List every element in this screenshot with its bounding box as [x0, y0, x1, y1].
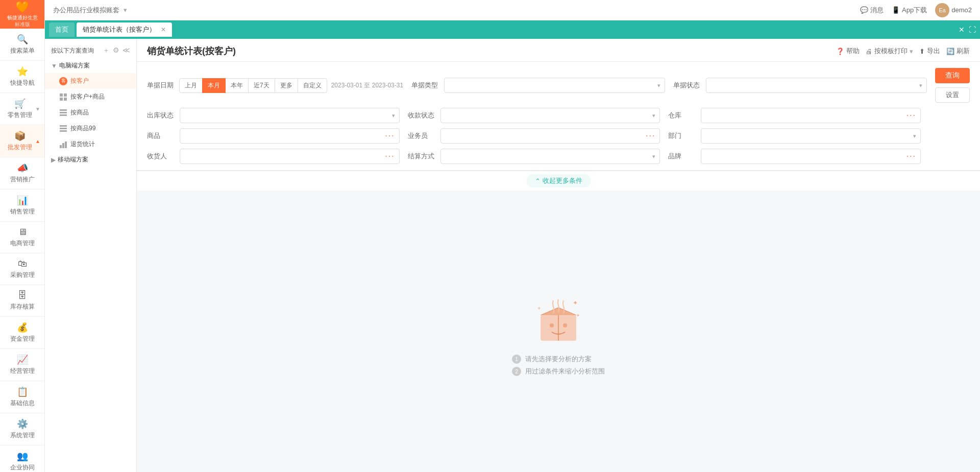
hint-text-1: 请先选择要分析的方案 [525, 355, 592, 364]
maximize-icon[interactable]: ⛶ [969, 26, 976, 34]
sidebar-item-system[interactable]: ⚙️ 系统管理 [0, 413, 45, 445]
pc-section-title[interactable]: ▼ 电脑端方案 [45, 58, 136, 73]
date-btn-custom[interactable]: 自定义 [298, 78, 327, 93]
sidebar-item-label: 资金管理 [10, 335, 35, 343]
left-panel-title: 按以下方案查询 [51, 46, 94, 55]
brand-select[interactable]: ··· [701, 149, 921, 164]
goods-dots: ··· [385, 131, 395, 140]
template-print-btn[interactable]: 🖨 按模板打印 ▾ [866, 46, 913, 56]
settings-button[interactable]: 设置 [935, 87, 970, 103]
receiver-filter: 收货人 ··· [147, 149, 400, 164]
search-nav-icon: 🔍 [17, 34, 28, 45]
template-print-label: 按模板打印 [874, 46, 908, 56]
date-btn-more[interactable]: 更多 [275, 78, 298, 93]
customer-scheme-icon: 客 [59, 77, 67, 85]
workspace-dropdown-icon[interactable]: ▾ [124, 6, 127, 14]
avatar: Ea [935, 3, 949, 17]
sidebar-item-sales[interactable]: 📊 销售管理 [0, 190, 45, 222]
hint-num-1: 1 [512, 355, 521, 364]
left-panel-icons: ＋ ⚙ ≪ [103, 46, 130, 55]
grid-scheme-icon [59, 93, 67, 101]
sidebar-item-wholesale[interactable]: 📦 批发管理 ▲ [0, 125, 44, 157]
sidebar-item-basic[interactable]: 📋 基础信息 [0, 381, 45, 413]
collapse-panel-icon[interactable]: ≪ [122, 46, 130, 55]
goods-select[interactable]: ··· [180, 128, 400, 144]
query-button[interactable]: 查询 [935, 68, 970, 83]
tab-sales-stats[interactable]: 销货单统计表（按客户） ✕ [77, 22, 172, 37]
tab-home[interactable]: 首页 [49, 22, 75, 37]
salesperson-select[interactable]: ··· [440, 128, 660, 144]
tab-maximize-icon[interactable]: ✕ ⛶ [959, 26, 976, 34]
receive-status-select[interactable]: ▾ [440, 108, 660, 123]
help-btn[interactable]: ❓ 帮助 [836, 46, 860, 56]
date-btn-thismonth[interactable]: 本月 [202, 78, 226, 93]
message-btn[interactable]: 💬 消息 [860, 6, 884, 15]
out-status-dropdown-icon: ▾ [392, 112, 395, 119]
settlement-select[interactable]: ▾ [440, 149, 660, 164]
tab-sales-stats-label: 销货单统计表（按客户） [83, 25, 156, 34]
help-label: 帮助 [846, 46, 860, 56]
order-type-filter: 单据类型 ▾ [411, 78, 665, 93]
sidebar-item-inventory[interactable]: 🗄 库存核算 [0, 285, 45, 317]
scheme-item-customer[interactable]: 客 按客户 [45, 73, 136, 89]
order-type-select[interactable]: ▾ [444, 78, 665, 93]
svg-rect-7 [60, 125, 67, 127]
receiver-select[interactable]: ··· [180, 149, 400, 164]
brand-dots: ··· [906, 152, 916, 161]
sidebar-item-marketing[interactable]: 📣 营销推广 [0, 157, 45, 190]
export-icon: ⬆ [919, 48, 925, 55]
date-btn-lastmonth[interactable]: 上月 [179, 78, 203, 93]
mobile-section-title[interactable]: ▶ 移动端方案 [45, 152, 136, 167]
sidebar-item-business[interactable]: 📈 经营管理 [0, 349, 45, 381]
sidebar: 🧡 畅捷通好生意 标准版 🔍 搜索菜单 ⭐ 快捷导航 🛒 零售管理 ▼ 📦 批发… [0, 0, 45, 472]
sidebar-item-ecommerce[interactable]: 🖥 电商管理 [0, 222, 45, 253]
app-download-btn[interactable]: 📱 App下载 [892, 6, 927, 15]
sidebar-item-label: 销售管理 [10, 207, 35, 216]
refresh-icon: 🔄 [946, 48, 954, 55]
warehouse-label: 仓库 [668, 111, 697, 120]
scheme-item-return[interactable]: 退货统计 [45, 136, 136, 152]
svg-rect-10 [60, 145, 62, 148]
mobile-section-label: 移动端方案 [58, 155, 88, 164]
scheme-item-goods[interactable]: 按商品 [45, 105, 136, 121]
order-status-select[interactable]: ▾ [706, 78, 927, 93]
filter-row-1: 单据日期 上月 本月 本年 近7天 更多 自定义 2023-03-01 至 20… [147, 68, 970, 103]
receiver-dots: ··· [385, 152, 395, 161]
warehouse-filter: 仓库 ··· [668, 108, 921, 123]
add-scheme-icon[interactable]: ＋ [103, 46, 110, 55]
department-dropdown-icon: ▾ [913, 133, 916, 139]
sidebar-item-retail[interactable]: 🛒 零售管理 ▼ [0, 93, 44, 125]
refresh-label: 刷新 [957, 46, 970, 56]
svg-text:✦: ✦ [537, 305, 541, 311]
scheme-item-goods99[interactable]: 按商品99 [45, 121, 136, 136]
header-actions: 💬 消息 📱 App下载 Ea demo2 [860, 3, 972, 17]
date-btn-thisyear[interactable]: 本年 [225, 78, 249, 93]
user-menu[interactable]: Ea demo2 [935, 3, 972, 17]
warehouse-select[interactable]: ··· [701, 108, 921, 123]
svg-rect-1 [64, 93, 67, 97]
sidebar-item-label: 基础信息 [10, 399, 35, 408]
out-status-select[interactable]: ▾ [180, 108, 400, 123]
sidebar-item-quicknav[interactable]: ⭐ 快捷导航 [0, 61, 45, 93]
sidebar-item-purchase[interactable]: 🛍 采购管理 [0, 253, 45, 285]
scheme-goods99-label: 按商品99 [70, 124, 95, 133]
svg-rect-9 [60, 130, 67, 132]
export-btn[interactable]: ⬆ 导出 [919, 46, 940, 56]
sidebar-item-collab[interactable]: 👥 企业协同 [0, 445, 45, 472]
sidebar-item-search[interactable]: 🔍 搜索菜单 [0, 29, 45, 61]
marketing-icon: 📣 [17, 162, 28, 174]
collapse-btn[interactable]: ⌃ 收起更多条件 [527, 174, 591, 187]
collapse-area: ⌃ 收起更多条件 [137, 171, 980, 191]
brand-filter: 品牌 ··· [668, 149, 921, 164]
date-btn-7days[interactable]: 近7天 [248, 78, 275, 93]
sidebar-item-label: 快捷导航 [10, 79, 35, 87]
sidebar-item-finance[interactable]: 💰 资金管理 [0, 317, 45, 349]
out-status-filter: 出库状态 ▾ [147, 108, 400, 123]
scheme-item-customer-goods[interactable]: 按客户+商品 [45, 89, 136, 105]
tab-close-icon[interactable]: ✕ [161, 26, 166, 33]
department-select[interactable]: ▾ [701, 128, 921, 144]
svg-text:✦: ✦ [573, 299, 578, 306]
settings-scheme-icon[interactable]: ⚙ [113, 46, 119, 55]
refresh-btn[interactable]: 🔄 刷新 [946, 46, 970, 56]
close-window-icon[interactable]: ✕ [959, 26, 965, 34]
